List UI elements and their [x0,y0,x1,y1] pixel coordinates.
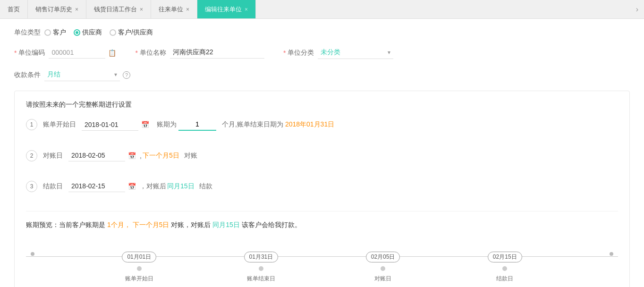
unit-name-label: 单位名称 [140,49,166,57]
radio-both[interactable]: 客户/供应商 [110,28,153,37]
row-value-2: 📅 , 下一个月5日 对账 [68,150,197,161]
unit-code-label: 单位编码 [18,49,45,57]
end-date-highlight: 2018年01月31日 [285,120,334,129]
unit-name-field: * 单位名称 [135,47,264,59]
row-number-3: 3 [26,181,37,192]
preview-middle: 对账，对账后 [171,221,211,228]
row-label-3: 结款日 [43,182,63,191]
timeline-point-4: 02月15日 结款日 [488,252,522,283]
reconcile-date-input[interactable] [68,150,125,161]
timeline-label-3: 对账日 [374,275,391,283]
tab-close-cash[interactable]: × [140,6,143,13]
setting-row-1: 1 账单开始日 📅 账期为 个月,账单结束日期为 2018年01月31日 [26,118,618,135]
required-star-category: * [283,49,286,57]
payment-terms-value: 月结 [47,70,111,79]
preview-reconcile: 下一个月5日 [133,221,169,228]
category-dropdown-icon: ▾ [388,49,390,56]
timeline-point-2: 01月31日 账单结束日 [244,252,279,283]
tab-more-button[interactable]: › [630,5,644,14]
reconcile-desc: , [140,152,142,160]
unit-code-input[interactable] [49,47,105,59]
timeline-points: 01月01日 账单开始日 01月31日 账单结束日 02月05日 对账日 [31,252,613,283]
unit-category-value: 未分类 [321,48,385,57]
tab-sales-history[interactable]: 销售订单历史 × [28,0,86,18]
tab-cash-work[interactable]: 钱货日清工作台 × [86,0,151,18]
payment-terms-select[interactable]: 月结 ▾ [44,68,120,81]
required-star-name: * [135,49,137,57]
payment-date-input[interactable] [68,180,125,192]
required-star-code: * [14,49,17,57]
preview-suffix: 该客户会给我打款。 [242,221,301,228]
timeline-badge-2: 01月31日 [244,252,279,262]
payment-terms-help-icon[interactable]: ? [123,71,130,79]
timeline-dot-1 [137,266,142,271]
payment-desc-before: ，对账后 [140,182,166,191]
preview-section: 账期预览：当前客户账期是 1个月， 下一个月5日 对账，对账后 同月15日 该客… [26,211,618,287]
row-value-1: 📅 账期为 个月,账单结束日期为 2018年01月31日 [82,118,334,131]
settings-card: 请按照未来的一个完整帐期进行设置 1 账单开始日 📅 账期为 个月,账单结束日期… [14,91,630,287]
tab-close-sales[interactable]: × [75,6,78,13]
row-number-2: 2 [26,150,37,161]
radio-label-supplier: 供应商 [82,28,102,37]
tab-home[interactable]: 首页 [0,0,28,18]
preview-text: 账期预览：当前客户账期是 1个月， 下一个月5日 对账，对账后 同月15日 该客… [26,219,618,231]
unit-type-row: 单位类型 客户 供应商 客户/供应商 [14,28,630,37]
reconcile-date-calendar-icon[interactable]: 📅 [128,152,136,160]
row-label-2: 对账日 [43,152,63,160]
unit-code-input-wrapper: 📋 [49,47,116,59]
reconcile-suffix: 对账 [184,152,197,160]
period-label: 账期为 [157,120,177,129]
payment-highlight: 同月15日 [167,182,195,191]
radio-label-both: 客户/供应商 [118,28,153,37]
payment-desc-after: 结款 [199,182,212,191]
timeline-left-dot [31,252,34,256]
timeline-badge-1: 01月01日 [122,252,156,262]
payment-terms-label: 收款条件 [14,71,41,79]
period-suffix: 个月,账单结束日期为 [222,120,283,129]
card-title: 请按照未来的一个完整帐期进行设置 [26,101,618,109]
timeline-dot-3 [381,266,385,271]
unit-category-field: * 单位分类 未分类 ▾ [283,46,393,59]
row-label-1: 账单开始日 [43,120,76,129]
payment-terms-dropdown-icon: ▾ [114,71,117,78]
timeline-dot-4 [502,266,507,271]
row-value-3: 📅 ，对账后 同月15日 结款 [68,180,212,192]
unit-type-radio-group: 客户 供应商 客户/供应商 [44,28,153,37]
timeline-point-3: 02月05日 对账日 [366,252,400,283]
unit-type-label: 单位类型 [14,28,41,37]
payment-terms-row: 收款条件 月结 ▾ ? [14,68,630,81]
timeline-right-dot [610,252,613,256]
timeline-badge-3: 02月05日 [366,252,400,262]
unit-category-select[interactable]: 未分类 ▾ [318,46,393,59]
row-number-1: 1 [26,119,37,130]
tab-edit-partner[interactable]: 编辑往来单位 × [197,0,256,18]
timeline-point-1: 01月01日 账单开始日 [122,252,156,283]
radio-label-customer: 客户 [53,28,66,37]
timeline-label-4: 结款日 [496,275,513,283]
radio-circle-both [110,29,116,36]
payment-date-calendar-icon[interactable]: 📅 [128,183,136,190]
main-content: 单位类型 客户 供应商 客户/供应商 * 单位编码 📋 [0,19,644,287]
unit-code-field: * 单位编码 📋 [14,47,116,59]
start-date-calendar-icon[interactable]: 📅 [141,121,149,128]
setting-row-3: 3 结款日 📅 ，对账后 同月15日 结款 [26,180,618,197]
tab-close-edit-partner[interactable]: × [245,6,248,13]
radio-circle-supplier [74,29,80,36]
timeline: 01月01日 账单开始日 01月31日 账单结束日 02月05日 对账日 [26,242,618,287]
timeline-badge-4: 02月15日 [488,252,522,262]
start-date-input[interactable] [82,119,138,131]
copy-icon[interactable]: 📋 [108,49,116,57]
period-input[interactable] [178,118,216,131]
tab-close-partner[interactable]: × [186,6,189,13]
unit-name-input[interactable] [170,47,264,59]
setting-row-2: 2 对账日 📅 , 下一个月5日 对账 [26,150,618,166]
preview-payment: 同月15日 [212,221,240,228]
preview-prefix: 账期预览：当前客户账期是 [26,221,105,228]
radio-supplier[interactable]: 供应商 [74,28,102,37]
radio-circle-customer [44,29,51,36]
tab-partner[interactable]: 往来单位 × [151,0,197,18]
unit-info-row: * 单位编码 📋 * 单位名称 * 单位分类 未分类 ▾ [14,46,630,59]
timeline-label-2: 账单结束日 [247,275,275,283]
timeline-dot-2 [259,266,263,271]
radio-customer[interactable]: 客户 [44,28,66,37]
